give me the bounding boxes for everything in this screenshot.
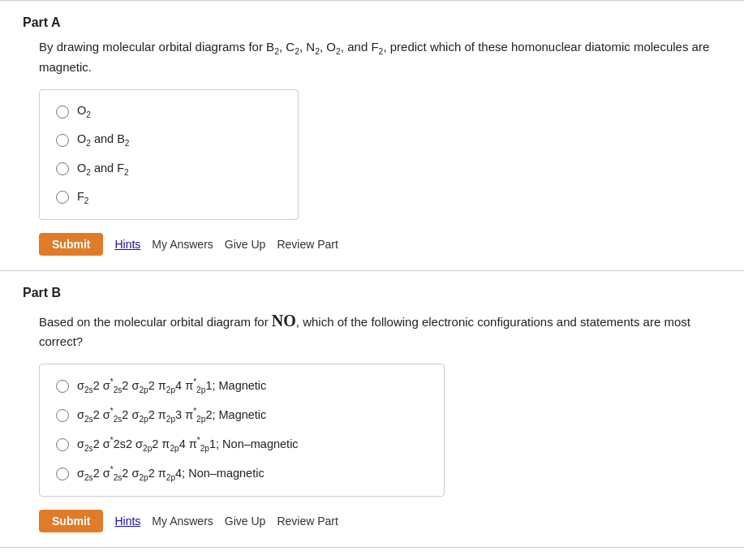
part-b-title: Part B <box>23 286 721 300</box>
part-a-give-up[interactable]: Give Up <box>225 238 266 251</box>
radio-b3[interactable] <box>56 438 69 451</box>
part-a-my-answers[interactable]: My Answers <box>152 238 213 251</box>
label-b4[interactable]: σ2s2 σ*2s2 σ2p2 π2p4; Non–magnetic <box>77 463 264 485</box>
label-a3[interactable]: O2 and F2 <box>77 159 129 179</box>
part-b-action-bar: Submit Hints My Answers Give Up Review P… <box>39 510 721 532</box>
radio-a1[interactable] <box>56 106 69 118</box>
part-b-submit-button[interactable]: Submit <box>39 510 103 532</box>
radio-a3[interactable] <box>56 162 69 175</box>
radio-b4[interactable] <box>56 467 69 480</box>
part-b-choices-box: σ2s2 σ*2s2 σ2p2 π2p4 π*2p1; Magnetic σ2s… <box>39 364 445 497</box>
label-a2[interactable]: O2 and B2 <box>77 130 129 150</box>
part-a-review-part[interactable]: Review Part <box>277 238 338 251</box>
label-b3[interactable]: σ2s2 σ*2s2 σ2p2 π2p4 π*2p1; Non–magnetic <box>77 434 299 455</box>
part-b-hints-link[interactable]: Hints <box>114 515 140 528</box>
bottom-divider <box>0 547 744 548</box>
no-formula: NO <box>272 312 296 330</box>
choice-b3: σ2s2 σ*2s2 σ2p2 π2p4 π*2p1; Non–magnetic <box>56 434 428 455</box>
choice-b2: σ2s2 σ*2s2 σ2p2 π2p3 π*2p2; Magnetic <box>56 405 428 426</box>
label-b2[interactable]: σ2s2 σ*2s2 σ2p2 π2p3 π*2p2; Magnetic <box>77 405 266 426</box>
choice-b1: σ2s2 σ*2s2 σ2p2 π2p4 π*2p1; Magnetic <box>56 376 428 397</box>
part-b-give-up[interactable]: Give Up <box>225 515 266 528</box>
radio-a4[interactable] <box>56 191 69 204</box>
choice-a2: O2 and B2 <box>56 130 282 150</box>
choice-a1: O2 <box>56 101 282 122</box>
radio-b2[interactable] <box>56 409 69 422</box>
choice-a4: F2 <box>56 187 282 208</box>
part-a-hints-link[interactable]: Hints <box>114 238 140 251</box>
label-a4[interactable]: F2 <box>77 187 89 208</box>
part-a-choices-box: O2 O2 and B2 O2 and F2 F2 <box>39 89 299 220</box>
part-a-description: By drawing molecular orbital diagrams fo… <box>39 38 721 76</box>
part-b-review-part[interactable]: Review Part <box>277 515 338 528</box>
part-a-title: Part A <box>23 15 721 30</box>
part-a-action-bar: Submit Hints My Answers Give Up Review P… <box>39 233 721 256</box>
part-a-section: Part A By drawing molecular orbital diag… <box>0 1 744 270</box>
label-b1[interactable]: σ2s2 σ*2s2 σ2p2 π2p4 π*2p1; Magnetic <box>77 376 266 397</box>
label-a1[interactable]: O2 <box>77 101 91 122</box>
part-b-description: Based on the molecular orbital diagram f… <box>39 308 721 351</box>
part-a-submit-button[interactable]: Submit <box>39 233 103 256</box>
choice-b4: σ2s2 σ*2s2 σ2p2 π2p4; Non–magnetic <box>56 463 428 485</box>
choice-a3: O2 and F2 <box>56 159 282 179</box>
radio-a2[interactable] <box>56 134 69 147</box>
part-b-my-answers[interactable]: My Answers <box>152 515 213 528</box>
part-b-section: Part B Based on the molecular orbital di… <box>0 271 744 547</box>
radio-b1[interactable] <box>56 380 69 393</box>
